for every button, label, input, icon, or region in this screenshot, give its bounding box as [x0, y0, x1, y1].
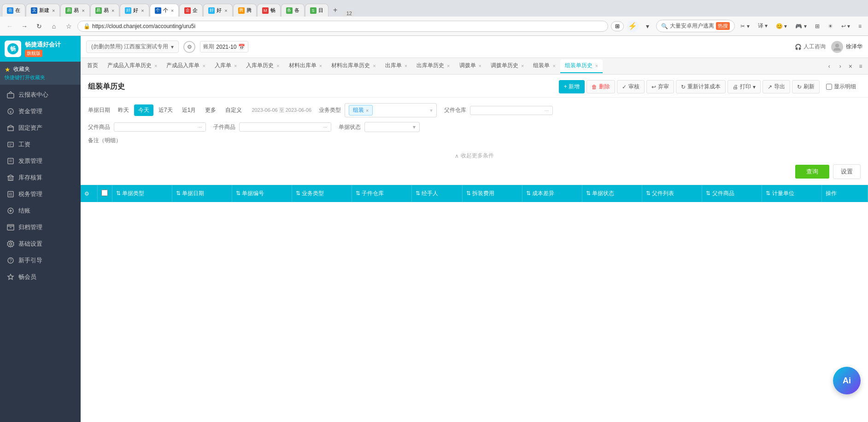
tab-close-2[interactable]: × [52, 8, 55, 13]
query-button[interactable]: 查询 [795, 165, 829, 179]
th-parent-item[interactable]: ⇅ 父件商品 [702, 185, 762, 202]
tab-assemble-history[interactable]: 组装单历史 × [560, 59, 603, 73]
th-unit[interactable]: ⇅ 计量单位 [762, 185, 822, 202]
parent-item-more[interactable]: ··· [198, 124, 202, 130]
browser-tab-2[interactable]: 文 新建 × [26, 4, 60, 17]
tab-material-out-history-close[interactable]: × [373, 63, 375, 69]
favorites-section[interactable]: ★ 收藏夹 [5, 65, 76, 73]
sidebar-item-fund[interactable]: ¥ 资金管理 [0, 103, 81, 120]
sidebar-item-archive[interactable]: 归档管理 [0, 219, 81, 236]
sidebar-item-fixed-assets[interactable]: 固定资产 [0, 120, 81, 136]
tab-close-8[interactable]: × [224, 8, 227, 13]
grid-button[interactable]: ⊞ [812, 22, 822, 31]
tab-out-history-close[interactable]: × [447, 63, 450, 69]
tab-assemble-close[interactable]: × [552, 63, 555, 69]
show-detail-input[interactable] [826, 84, 832, 90]
browser-tab-3[interactable]: 易 易 × [60, 4, 89, 17]
dropdown-button[interactable]: ▾ [641, 20, 653, 32]
sidebar-item-settlement[interactable]: 结账 [0, 202, 81, 219]
collapse-button[interactable]: ∧ 收起更多条件 [88, 149, 861, 162]
th-cost-diff[interactable]: ⇅ 成本差异 [522, 185, 582, 202]
tab-adjust-close[interactable]: × [479, 63, 481, 69]
delete-button[interactable]: 🗑 删除 [586, 80, 615, 93]
sub-item-input[interactable]: ··· [239, 122, 331, 132]
sidebar-item-invoice[interactable]: 发票管理 [0, 153, 81, 169]
browser-tab-11[interactable]: 各 各 [281, 4, 305, 17]
business-type-input[interactable]: 组装 × ▾ [345, 103, 437, 117]
address-bar[interactable]: 🔒 https://cloud.chanjet.com/accounting/u… [77, 21, 608, 32]
favorites-sub[interactable]: 快捷键打开收藏夹 [5, 74, 76, 81]
sidebar-item-tax[interactable]: 税 税务管理 [0, 186, 81, 202]
translate-button[interactable]: 译 ▾ [755, 21, 770, 31]
sub-item-more[interactable]: ··· [323, 124, 327, 130]
game-button[interactable]: 🎮 ▾ [792, 22, 809, 31]
cut-button[interactable]: ✂ ▾ [738, 22, 752, 31]
th-sub-warehouse[interactable]: ⇅ 子件仓库 [352, 185, 411, 202]
print-button[interactable]: 🖨 打印 ▾ [727, 80, 761, 93]
th-order-status[interactable]: ⇅ 单据状态 [582, 185, 642, 202]
th-business-type[interactable]: ⇅ 业务类型 [292, 185, 352, 202]
browser-tab-active[interactable]: 个 个 × [150, 4, 179, 17]
export-button[interactable]: ↗ 导出 [762, 80, 790, 93]
brightness-button[interactable]: ☀ [825, 22, 836, 31]
th-order-date[interactable]: ⇅ 单据日期 [172, 185, 232, 202]
tab-produce-in[interactable]: 产成品入库单 × [162, 59, 210, 73]
tab-menu-button[interactable]: ≡ [855, 61, 866, 72]
refresh-button[interactable]: ↻ [33, 20, 45, 32]
tab-produce-in-history-close[interactable]: × [154, 63, 157, 69]
ai-button[interactable]: Ai [833, 367, 861, 394]
tab-in-history-close[interactable]: × [276, 63, 279, 69]
filter-settings-button[interactable]: 设置 [833, 164, 861, 179]
tab-arrow-right[interactable]: › [835, 61, 846, 72]
th-order-no[interactable]: ⇅ 单据编号 [232, 185, 292, 202]
tab-close-active[interactable]: × [171, 8, 174, 13]
th-handler[interactable]: ⇅ 经手人 [411, 185, 462, 202]
lightning-button[interactable]: ⚡ [627, 20, 639, 32]
browser-tab-5[interactable]: 好 好 × [120, 4, 149, 17]
select-all-checkbox[interactable] [101, 190, 108, 196]
company-selector[interactable]: (勿删勿禁用) 江西服宝测试专用 ▾ [86, 40, 179, 53]
tab-material-out-close[interactable]: × [319, 63, 322, 69]
sidebar-item-stock[interactable]: 库存核算 [0, 169, 81, 186]
tab-in-order[interactable]: 入库单 × [210, 59, 241, 73]
recalc-button[interactable]: ↻ 重新计算成本 [676, 80, 726, 93]
parent-warehouse-more[interactable]: ··· [545, 108, 549, 113]
tab-material-out-history[interactable]: 材料出库单历史 × [327, 59, 380, 73]
order-status-select[interactable]: ▾ [364, 122, 420, 132]
tab-out-history[interactable]: 出库单历史 × [412, 59, 454, 73]
browser-tab-7[interactable]: 企 企 [179, 4, 203, 17]
business-type-dropdown[interactable]: ▾ [430, 107, 433, 114]
browser-search[interactable]: 🔍 大量安卓用户逃离 热搜 [656, 20, 735, 32]
settings-gear-button[interactable]: ⚙ [183, 41, 195, 53]
date-btn-today[interactable]: 今天 [134, 104, 153, 116]
browser-tab-4[interactable]: 易 易 × [90, 4, 119, 17]
sidebar-item-member[interactable]: 畅会员 [0, 269, 81, 285]
browser-tab-12[interactable]: S 目 [305, 4, 328, 17]
sidebar-item-settings[interactable]: 基础设置 [0, 236, 81, 252]
th-order-type[interactable]: ⇅ 单据类型 [112, 185, 172, 202]
date-btn-last-month[interactable]: 近1月 [178, 104, 200, 116]
business-type-tag-remove[interactable]: × [366, 108, 369, 113]
menu-button[interactable]: ≡ [856, 22, 864, 31]
tab-assemble-history-close[interactable]: × [595, 63, 598, 69]
parent-warehouse-input[interactable]: ··· [470, 106, 553, 115]
tab-material-out[interactable]: 材料出库单 × [284, 59, 327, 73]
new-tab-button[interactable]: + [329, 4, 342, 17]
date-btn-yesterday[interactable]: 昨天 [114, 104, 133, 116]
show-detail-checkbox[interactable]: 显示明细 [821, 81, 861, 93]
sidebar-item-guide[interactable]: ? 新手引导 [0, 252, 81, 269]
undo-button[interactable]: ↩ ▾ [839, 22, 853, 31]
tab-close-3[interactable]: × [82, 8, 84, 13]
browser-tab-1[interactable]: 在 在 [2, 4, 25, 17]
tab-produce-in-history[interactable]: 产成品入库单历史 × [103, 59, 162, 73]
user-info[interactable]: 徐泽华 [831, 41, 862, 53]
th-parent-list[interactable]: ⇅ 父件列表 [642, 185, 702, 202]
period-selector[interactable]: 账期 2021-10 📅 [200, 41, 248, 52]
date-btn-more[interactable]: 更多 [201, 104, 220, 116]
consult-button[interactable]: 🎧 人工咨询 [795, 43, 826, 51]
date-btn-last7[interactable]: 近7天 [154, 104, 177, 116]
tab-close-4[interactable]: × [111, 8, 114, 13]
sidebar-item-cloud-report[interactable]: 云报表中心 [0, 87, 81, 103]
tab-adjust-history-close[interactable]: × [521, 63, 524, 69]
forward-button[interactable]: → [18, 20, 30, 32]
